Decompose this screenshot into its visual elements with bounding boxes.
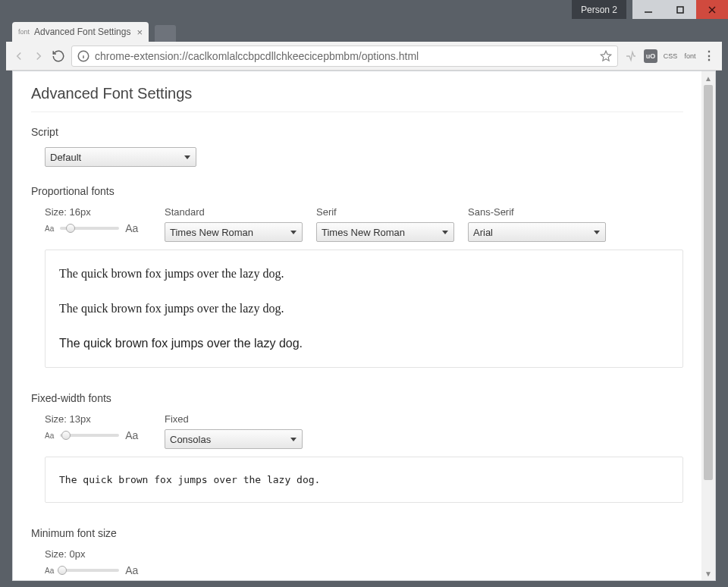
svg-marker-10 [442,231,448,234]
proportional-size-label: Size: 16px [45,206,151,218]
window-titlebar: Person 2 [0,0,728,19]
window-close-button[interactable] [696,0,728,19]
slider-thumb[interactable] [58,566,67,575]
fixed-font-value: Consolas [170,434,211,445]
fixed-sample-box: The quick brown fox jumps over the lazy … [45,457,683,503]
close-tab-icon[interactable]: × [136,27,143,38]
svg-marker-8 [184,155,190,159]
standard-font-select[interactable]: Times New Roman [165,222,303,242]
new-tab-button[interactable] [155,25,176,42]
serif-font-select[interactable]: Times New Roman [316,222,454,242]
standard-font-value: Times New Roman [170,227,253,238]
slider-max-icon: Aa [125,429,138,441]
minimum-size-label: Size: 0px [45,548,166,560]
window-minimize-button[interactable] [632,0,664,19]
standard-label: Standard [165,206,303,218]
fixed-size-slider[interactable] [60,434,119,437]
chevron-down-icon [290,434,297,445]
url-text: chrome-extension://caclkomlalccbpcdllchk… [95,50,595,62]
proportional-heading: Proportional fonts [31,185,683,197]
sample-fixed: The quick brown fox jumps over the lazy … [59,474,669,485]
scroll-down-arrow[interactable]: ▼ [701,567,715,580]
slider-min-icon: Aa [45,224,54,233]
tab-title: Advanced Font Settings [34,27,130,37]
svg-marker-9 [290,231,297,234]
sample-serif: The quick brown fox jumps over the lazy … [59,302,669,315]
chevron-down-icon [184,152,191,163]
fixed-font-select[interactable]: Consolas [165,429,303,449]
slider-min-icon: Aa [45,567,54,575]
minimum-heading: Minimum font size [31,527,683,539]
slider-max-icon: Aa [125,564,138,576]
browser-tab[interactable]: font Advanced Font Settings × [12,22,149,42]
fixed-heading: Fixed-width fonts [31,392,683,404]
svg-marker-11 [594,231,600,234]
proportional-sample-box: The quick brown fox jumps over the lazy … [45,250,683,368]
fixed-size-label: Size: 13px [45,413,151,425]
forward-button[interactable] [32,49,46,63]
browser-tabstrip: font Advanced Font Settings × [6,19,722,42]
scrollbar-thumb[interactable] [704,85,713,480]
sample-sans: The quick brown fox jumps over the lazy … [59,337,669,350]
svg-marker-7 [601,51,611,61]
extension-font-icon[interactable]: font [683,50,697,62]
serif-label: Serif [316,206,454,218]
minimum-size-slider[interactable] [60,569,119,572]
chevron-down-icon [290,227,297,238]
slider-max-icon: Aa [125,222,138,234]
extension-css-icon[interactable]: CSS [664,50,677,62]
bookmark-star-icon[interactable] [599,49,613,63]
chevron-down-icon [593,227,601,238]
extension-icon[interactable] [624,50,638,62]
back-button[interactable] [12,49,26,63]
script-select[interactable]: Default [45,147,196,167]
scroll-up-arrow[interactable]: ▲ [701,71,715,85]
sans-font-value: Arial [473,227,493,238]
script-select-value: Default [50,152,81,163]
fixed-column-label: Fixed [165,413,303,425]
sans-label: Sans-Serif [468,206,606,218]
sample-standard: The quick brown fox jumps over the lazy … [59,267,669,281]
window-maximize-button[interactable] [664,0,696,19]
serif-font-value: Times New Roman [322,227,405,238]
chevron-down-icon [441,227,449,238]
address-bar[interactable]: chrome-extension://caclkomlalccbpcdllchk… [71,46,618,67]
page-title: Advanced Font Settings [31,85,683,112]
slider-thumb[interactable] [61,431,71,440]
slider-min-icon: Aa [45,432,54,440]
vertical-scrollbar[interactable]: ▲ ▼ [701,71,715,580]
sans-font-select[interactable]: Arial [468,222,606,242]
proportional-size-slider[interactable] [60,227,119,230]
svg-rect-1 [677,7,683,13]
tab-favicon: font [18,28,30,36]
profile-badge[interactable]: Person 2 [572,0,626,19]
page-viewport: Advanced Font Settings Script Default Pr… [13,71,701,580]
browser-toolbar: chrome-extension://caclkomlalccbpcdllchk… [6,42,722,71]
reload-button[interactable] [52,49,65,63]
script-section-label: Script [31,126,683,138]
site-info-icon[interactable] [77,49,90,63]
ublock-icon[interactable]: uO [644,49,657,63]
browser-menu-button[interactable]: ⋮ [703,49,716,63]
svg-marker-12 [290,438,297,441]
slider-thumb[interactable] [66,224,75,233]
